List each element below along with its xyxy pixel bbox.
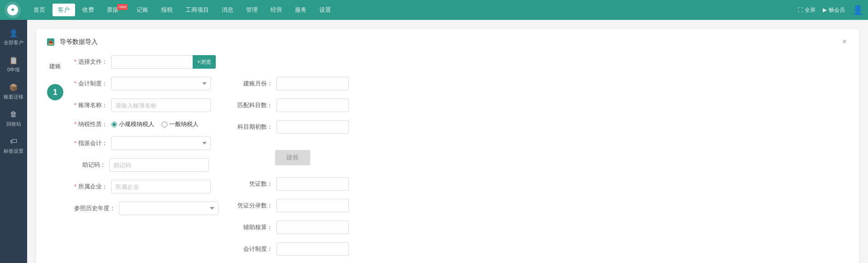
accountant-select[interactable]: [111, 136, 211, 150]
play-icon: ▶: [823, 7, 827, 13]
tax-type-radio-group: 小规模纳税人 一般纳税人: [111, 120, 199, 128]
create-account-button[interactable]: 建账: [275, 150, 310, 165]
voucher-entries-label: 凭证分录数：: [237, 202, 273, 210]
step-badge: 1: [47, 84, 63, 100]
ledger-name-row: 账簿名称：: [74, 99, 218, 112]
panel-header: 📥 导爷数据导入: [47, 38, 848, 46]
user-avatar-btn[interactable]: 👤: [852, 5, 863, 15]
tax-small-option[interactable]: 小规模纳税人: [111, 120, 154, 128]
ledger-name-label: 账簿名称：: [74, 101, 108, 109]
member-btn[interactable]: ▶ 畅会员: [823, 6, 845, 14]
panel-title: 导爷数据导入: [60, 38, 98, 46]
nav-item-tickets[interactable]: 票据new: [101, 4, 129, 16]
member-label: 畅会员: [829, 6, 845, 14]
close-button[interactable]: ×: [839, 36, 850, 47]
tax-small-radio[interactable]: [111, 122, 117, 127]
company-input[interactable]: [111, 180, 211, 193]
accountant-row: 指派会计：: [74, 136, 218, 150]
history-year-row: 参照历史年度：: [74, 202, 218, 215]
nav-item-tax[interactable]: 报税: [156, 4, 178, 16]
nav-menu: 首页 客户 收费 票据new 记账 报税 工商项目 消息 管理 经营 服务 设置: [28, 4, 797, 16]
nav-item-messages[interactable]: 消息: [216, 4, 239, 16]
build-month-label: 建账月份：: [237, 80, 273, 88]
aux-calc-value: [276, 221, 349, 234]
voucher-count-label: 凭证数：: [237, 180, 273, 188]
tax-general-label: 一般纳税人: [169, 120, 199, 128]
file-input[interactable]: [111, 55, 193, 69]
sidebar-label-migration: 账套迁移: [4, 94, 24, 100]
tax-small-label: 小规模纳税人: [119, 120, 154, 128]
nav-item-bookkeeping[interactable]: 记账: [131, 4, 154, 16]
accounting-system-select[interactable]: [111, 77, 211, 90]
company-label: 所属企业：: [74, 183, 108, 191]
tax-type-row: 纳税性质： 小规模纳税人 一般纳税人: [74, 120, 218, 128]
sidebar-item-migration[interactable]: 📦 账套迁移: [0, 79, 27, 104]
right-accounting-system-value: [276, 242, 349, 256]
file-label: 选择文件：: [74, 58, 108, 66]
avatar-icon: 👤: [852, 5, 863, 15]
sidebar: 👤 全部客户 📋 0申报 📦 账套迁移 🗑 回收站 🏷 标签设置: [0, 20, 27, 263]
import-panel: 📥 导爷数据导入 × 建账 1 选择文件： +浏览: [36, 29, 859, 263]
build-month-value: [276, 77, 349, 90]
logo-icon: ✦: [7, 5, 18, 15]
right-accounting-system-label: 会计制度：: [237, 245, 273, 253]
voucher-count-value: [276, 177, 349, 191]
sidebar-item-recycle[interactable]: 🗑 回收站: [0, 106, 27, 131]
tax-general-option[interactable]: 一般纳税人: [161, 120, 199, 128]
form-layout: 建账 1 选择文件： +浏览 会计制度：: [47, 55, 848, 256]
all-customers-icon: 👤: [9, 28, 19, 38]
memo-row: 助记码：: [74, 158, 218, 172]
main-content: 📥 导爷数据导入 × 建账 1 选择文件： +浏览: [27, 20, 868, 263]
fullscreen-label: 全屏: [805, 6, 816, 14]
nav-item-projects[interactable]: 工商项目: [180, 4, 214, 16]
browse-button[interactable]: +浏览: [193, 55, 216, 69]
accounting-system-row: 会计制度：: [74, 77, 218, 90]
logo[interactable]: ✦: [5, 2, 21, 18]
fullscreen-btn[interactable]: ⛶ 全屏: [797, 6, 816, 14]
aux-calc-label: 辅助核算：: [237, 223, 273, 231]
accountant-label: 指派会计：: [74, 139, 108, 147]
match-subjects-value: [276, 99, 349, 112]
fullscreen-icon: ⛶: [797, 7, 803, 13]
nav-item-service[interactable]: 服务: [289, 4, 312, 16]
nav-item-fees[interactable]: 收费: [77, 4, 100, 16]
ledger-name-input[interactable]: [111, 99, 211, 112]
sidebar-label-all-customers: 全部客户: [4, 39, 24, 46]
tax-type-label: 纳税性质：: [74, 120, 108, 128]
section-label-jian-zhang: 建账: [49, 62, 61, 70]
period-init-value: [276, 120, 349, 134]
tags-icon: 🏷: [9, 136, 19, 146]
sidebar-item-all-customers[interactable]: 👤 全部客户: [0, 24, 27, 50]
sidebar-item-zero-filing[interactable]: 📋 0申报: [0, 52, 27, 77]
top-navigation: ✦ 首页 客户 收费 票据new 记账 报税 工商项目 消息 管理 经营 服务 …: [0, 0, 868, 20]
sidebar-label-recycle: 回收站: [6, 121, 21, 127]
memo-label: 助记码：: [74, 161, 106, 169]
voucher-count-row: 凭证数：: [237, 177, 349, 191]
nav-item-settings[interactable]: 设置: [314, 4, 337, 16]
period-init-label: 科目期初数：: [237, 123, 273, 131]
nav-right: ⛶ 全屏 ▶ 畅会员 👤: [797, 5, 863, 15]
sidebar-item-tags[interactable]: 🏷 标签设置: [0, 133, 27, 158]
voucher-entries-row: 凭证分录数：: [237, 199, 349, 212]
form-left-section: 建账 1 选择文件： +浏览 会计制度：: [47, 55, 218, 256]
match-subjects-label: 匹配科目数：: [237, 101, 273, 109]
accounting-system-label: 会计制度：: [74, 80, 108, 88]
nav-item-business[interactable]: 经营: [265, 4, 288, 16]
nav-item-customers[interactable]: 客户: [52, 4, 75, 16]
recycle-icon: 🗑: [9, 109, 19, 119]
zero-filing-icon: 📋: [9, 55, 19, 65]
form-right-section: 建账月份： 匹配科目数： 科目期初数： 建账 凭证数：: [237, 77, 349, 256]
history-year-select[interactable]: [119, 202, 218, 215]
aux-calc-row: 辅助核算：: [237, 221, 349, 234]
memo-input[interactable]: [109, 158, 209, 172]
nav-item-home[interactable]: 首页: [28, 4, 51, 16]
period-init-row: 科目期初数：: [237, 120, 349, 134]
history-year-label: 参照历史年度：: [74, 204, 115, 212]
match-subjects-row: 匹配科目数：: [237, 99, 349, 112]
nav-item-manage[interactable]: 管理: [241, 4, 263, 16]
new-badge: new: [117, 4, 128, 10]
file-row: 选择文件： +浏览: [74, 55, 218, 69]
import-icon: 📥: [47, 38, 54, 46]
tax-general-radio[interactable]: [161, 122, 167, 127]
voucher-entries-value: [276, 199, 349, 212]
